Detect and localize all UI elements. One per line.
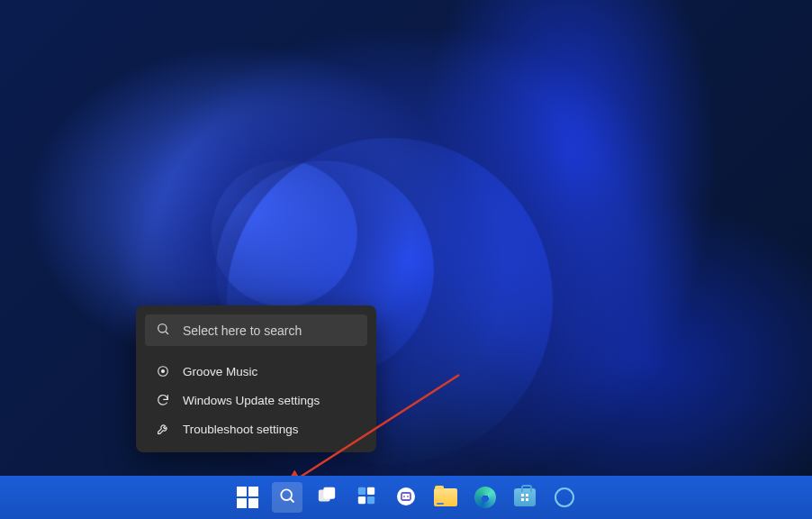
taskbar-store[interactable] <box>510 482 540 513</box>
search-suggestion-label: Groove Music <box>183 365 257 378</box>
taskbar-chat[interactable] <box>391 482 421 513</box>
groove-music-icon <box>156 364 170 378</box>
taskbar-file-explorer[interactable] <box>430 482 461 513</box>
svg-rect-20 <box>521 498 524 501</box>
taskbar <box>0 476 812 519</box>
widgets-icon <box>356 486 376 509</box>
desktop-wallpaper <box>0 0 812 519</box>
refresh-icon <box>156 393 170 407</box>
search-input-box[interactable]: Select here to search <box>145 314 367 346</box>
taskbar-widgets[interactable] <box>351 482 382 513</box>
svg-line-7 <box>291 499 294 503</box>
search-icon <box>156 322 170 339</box>
taskbar-edge[interactable] <box>470 482 501 513</box>
windows-logo-icon <box>237 487 258 508</box>
svg-point-6 <box>281 489 292 500</box>
cortana-icon <box>555 487 574 507</box>
search-placeholder: Select here to search <box>183 323 302 338</box>
search-flyout: Select here to search Groove Music Windo… <box>136 305 376 452</box>
search-suggestion-label: Windows Update settings <box>183 394 320 407</box>
edge-icon <box>474 487 496 508</box>
svg-rect-12 <box>358 496 365 504</box>
folder-icon <box>434 488 457 506</box>
search-icon <box>278 487 296 508</box>
chat-icon <box>395 487 417 508</box>
taskbar-start[interactable] <box>232 482 263 513</box>
svg-rect-10 <box>358 487 365 495</box>
store-icon <box>514 488 536 506</box>
svg-point-3 <box>162 370 165 373</box>
svg-rect-11 <box>367 487 374 495</box>
taskbar-cortana[interactable] <box>549 482 580 513</box>
search-suggestion-windows-update[interactable]: Windows Update settings <box>145 386 367 414</box>
svg-rect-19 <box>526 494 528 496</box>
taskbar-task-view[interactable] <box>311 482 342 513</box>
search-suggestion-label: Troubleshoot settings <box>183 423 299 436</box>
svg-rect-13 <box>367 496 374 504</box>
taskbar-search[interactable] <box>272 482 302 513</box>
wrench-icon <box>156 422 170 436</box>
search-suggestion-groove-music[interactable]: Groove Music <box>145 357 367 386</box>
search-suggestion-troubleshoot[interactable]: Troubleshoot settings <box>145 414 367 443</box>
svg-line-1 <box>166 332 168 334</box>
task-view-icon <box>317 486 337 509</box>
svg-rect-21 <box>526 498 528 501</box>
svg-rect-18 <box>521 494 524 496</box>
svg-point-16 <box>403 496 405 497</box>
svg-rect-9 <box>323 487 335 499</box>
svg-point-0 <box>158 324 167 332</box>
svg-point-17 <box>407 496 409 497</box>
